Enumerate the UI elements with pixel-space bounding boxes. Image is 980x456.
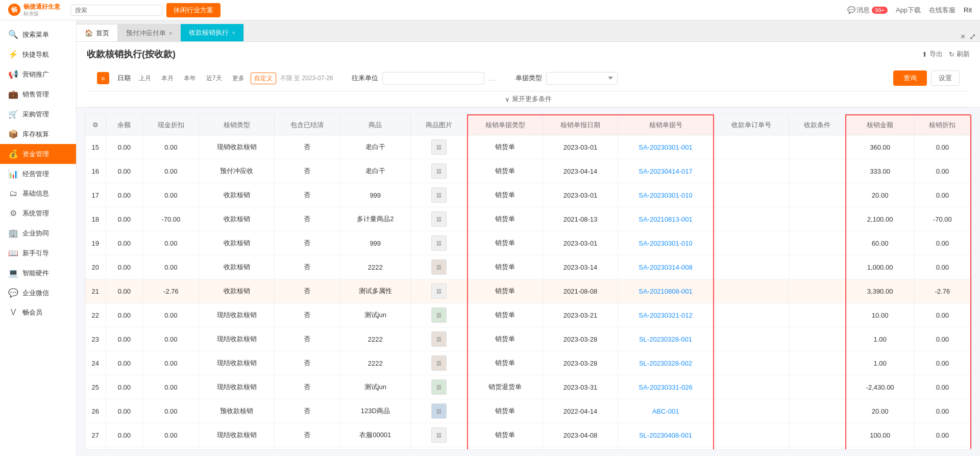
bill-no-link[interactable]: SL-20230328-002	[639, 359, 692, 367]
search-input[interactable]	[70, 5, 162, 16]
date-btn-last-month[interactable]: 上月	[135, 73, 155, 84]
export-button[interactable]: ⬆ 导出	[922, 50, 943, 59]
main-content: 🏠首页预付冲应付单×收款核销执行××⤢ 收款核销执行(按收款) ⬆ 导出 ↻ 刷…	[77, 20, 980, 456]
bill-no-link[interactable]: SA-20210808-001	[639, 287, 693, 295]
cell-verify-bill-no: SA-20230301-010	[618, 231, 714, 255]
tab-close-btn[interactable]: ×	[232, 30, 235, 36]
sidebar-item-资金管理[interactable]: 💰资金管理	[0, 144, 76, 164]
bill-no-link[interactable]: ABC-001	[652, 407, 679, 415]
sidebar-item-搜索菜单[interactable]: 🔍搜索菜单	[0, 25, 76, 44]
sidebar-item-企业微信[interactable]: 💬企业微信	[0, 283, 76, 303]
online-service-link[interactable]: 在线客服	[929, 6, 955, 15]
cell-cash-discount: 0.00	[143, 135, 199, 159]
query-button[interactable]: 查询	[893, 70, 927, 86]
tab-首页[interactable]: 🏠首页	[77, 24, 118, 41]
bill-no-link[interactable]: SL-20230328-001	[639, 335, 692, 343]
cell-receipt-condition	[789, 447, 846, 450]
table-row: 27 0.00 0.00 现结收款核销 否 衣服00001 🖼 销货单 2023…	[85, 423, 971, 447]
tab-收款核销执行[interactable]: 收款核销执行×	[181, 24, 243, 41]
top-bar-right: 💬 消息 99+ App下载 在线客服 Rit	[847, 6, 972, 15]
sidebar-item-销售管理[interactable]: 💼销售管理	[0, 84, 76, 104]
cell-id: 23	[85, 327, 106, 351]
cell-goods-img: 🖼	[411, 207, 468, 231]
bill-no-link[interactable]: SA-20230314-008	[639, 263, 693, 271]
cell-verify-amount: 3,390.00	[846, 279, 915, 303]
cell-verify-discount: 0.00	[914, 159, 971, 183]
date-btn-custom[interactable]: 自定义	[251, 73, 276, 84]
cell-verify-amount: 20.00	[846, 399, 915, 423]
bill-no-link[interactable]: SA-20210813-001	[639, 215, 693, 223]
cell-verify-type: 预付冲应收	[199, 159, 274, 183]
cell-verify-bill-type: 销货单	[468, 183, 543, 207]
cell-cash-discount: 0.00	[143, 255, 199, 279]
tab-预付冲应付单[interactable]: 预付冲应付单×	[118, 24, 181, 41]
sidebar-icon: 📢	[8, 69, 18, 79]
sidebar-item-采购管理[interactable]: 🛒采购管理	[0, 104, 76, 124]
promo-button[interactable]: 休闲行业方案	[166, 3, 220, 17]
settings-button[interactable]: 设置	[931, 70, 960, 86]
refresh-icon: ↻	[949, 51, 954, 58]
sidebar-item-新手引导[interactable]: 📖新手引导	[0, 243, 76, 263]
sidebar-item-畅会员[interactable]: V畅会员	[0, 303, 76, 322]
partner-input[interactable]	[382, 72, 484, 85]
sidebar-icon: 🗂	[8, 189, 18, 198]
date-btn-this-month[interactable]: 本月	[157, 73, 178, 84]
cell-goods-img: 🖼	[411, 303, 468, 327]
sidebar-item-企业协同[interactable]: 🏢企业协同	[0, 223, 76, 243]
sidebar-item-经营管理[interactable]: 📊经营管理	[0, 164, 76, 184]
th-receipt-condition: 收款条件	[789, 115, 846, 135]
bill-no-link[interactable]: SL-20230408-001	[639, 431, 692, 439]
cell-goods-img: 🖼	[411, 231, 468, 255]
refresh-button[interactable]: ↻ 刷新	[949, 50, 970, 59]
date-btn-7days[interactable]: 近7天	[202, 73, 226, 84]
bill-no-link[interactable]: SA-20230301-001	[639, 143, 693, 151]
cell-verify-amount: 60.00	[846, 231, 915, 255]
message-icon: 💬	[847, 6, 855, 14]
cell-include-settled: 否	[274, 255, 340, 279]
cell-goods-img: 🖼	[411, 423, 468, 447]
sidebar-label: 采购管理	[22, 110, 49, 119]
cell-verify-bill-type: 销货单	[468, 447, 543, 450]
cell-id: 26	[85, 399, 106, 423]
cell-include-settled: 否	[274, 183, 340, 207]
date-btn-this-year[interactable]: 本年	[180, 73, 200, 84]
cell-verify-bill-date: 2023-03-01	[543, 183, 618, 207]
cell-receipt-order-no	[714, 375, 789, 399]
cell-receipt-condition	[789, 135, 846, 159]
bill-no-link[interactable]: SA-20230301-010	[639, 239, 693, 247]
user-name[interactable]: Rit	[964, 6, 972, 14]
bill-no-link[interactable]: SA-20230321-012	[639, 311, 693, 319]
cell-receipt-condition	[789, 351, 846, 375]
message-area[interactable]: 💬 消息 99+	[847, 6, 888, 15]
cell-verify-discount: 0.00	[914, 327, 971, 351]
sidebar-label: 基础信息	[22, 189, 49, 198]
bill-no-link[interactable]: SA-20230331-026	[639, 383, 693, 391]
fullscreen-btn[interactable]: ⤢	[969, 32, 976, 41]
sidebar-item-营销推广[interactable]: 📢营销推广	[0, 64, 76, 84]
expand-icon: ∨	[505, 95, 510, 103]
cell-cash-discount: 0.00	[143, 375, 199, 399]
sidebar-item-快捷导航[interactable]: ⚡快捷导航	[0, 44, 76, 64]
sidebar-icon: 📖	[8, 248, 18, 258]
close-tab-btn[interactable]: ×	[961, 32, 965, 41]
cell-goods: 999	[340, 183, 411, 207]
expand-more-button[interactable]: ∨ 展开更多条件	[505, 94, 552, 104]
cell-receipt-condition	[789, 231, 846, 255]
cell-verify-amount: 360.00	[846, 135, 915, 159]
cell-balance: 0.00	[106, 399, 143, 423]
th-verify-bill-type: 核销单据类型	[468, 115, 543, 135]
sidebar: 🔍搜索菜单⚡快捷导航📢营销推广💼销售管理🛒采购管理📦库存核算💰资金管理📊经营管理…	[0, 20, 77, 456]
cell-verify-discount: 0.00	[914, 135, 971, 159]
bill-type-select[interactable]	[546, 72, 618, 85]
tab-close-btn[interactable]: ×	[169, 30, 172, 36]
sidebar-item-系统管理[interactable]: ⚙系统管理	[0, 203, 76, 223]
date-btn-more[interactable]: 更多	[228, 73, 249, 84]
filter-toggle-button[interactable]: »	[97, 72, 109, 84]
sidebar-item-基础信息[interactable]: 🗂基础信息	[0, 184, 76, 203]
bill-no-link[interactable]: SA-20230414-017	[639, 167, 693, 175]
sidebar-item-智能硬件[interactable]: 💻智能硬件	[0, 263, 76, 283]
bill-no-link[interactable]: SA-20230301-010	[639, 191, 693, 199]
app-download-link[interactable]: App下载	[896, 6, 921, 15]
sidebar-item-库存核算[interactable]: 📦库存核算	[0, 124, 76, 144]
cell-goods-img: 🖼	[411, 327, 468, 351]
